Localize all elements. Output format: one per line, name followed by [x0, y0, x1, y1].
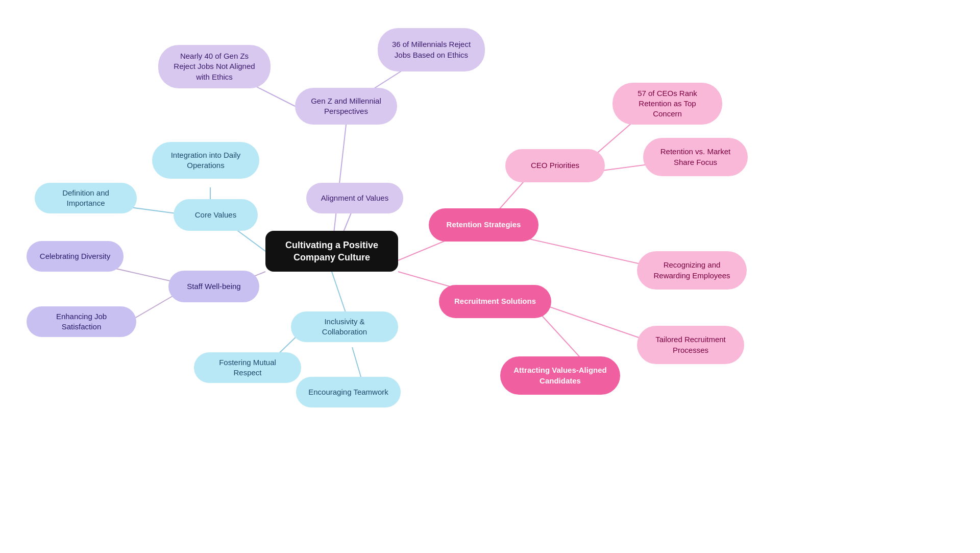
- definition-node: Definition and Importance: [35, 183, 137, 213]
- attracting-label: Attracting Values-Aligned Candidates: [511, 365, 609, 386]
- recognizing-label: Recognizing and Rewarding Employees: [648, 260, 736, 281]
- enhancing-label: Enhancing Job Satisfaction: [38, 311, 125, 332]
- recruitment-solutions-node: Recruitment Solutions: [439, 285, 551, 318]
- retention-strategies-label: Retention Strategies: [447, 220, 521, 230]
- millennials-reject-node: 36 of Millennials Reject Jobs Based on E…: [378, 28, 485, 71]
- retention-vs-market-label: Retention vs. Market Share Focus: [654, 147, 737, 167]
- celebrating-label: Celebrating Diversity: [40, 251, 110, 261]
- retention-vs-market-node: Retention vs. Market Share Focus: [643, 138, 748, 176]
- genz-reject-node: Nearly 40 of Gen Zs Reject Jobs Not Alig…: [158, 45, 271, 88]
- fostering-label: Fostering Mutual Respect: [205, 357, 290, 378]
- ceo-rank-label: 57 of CEOs Rank Retention as Top Concern: [624, 88, 711, 119]
- genz-millennial-label: Gen Z and Millennial Perspectives: [306, 96, 386, 117]
- recruitment-solutions-label: Recruitment Solutions: [454, 296, 536, 306]
- integration-node: Integration into Daily Operations: [152, 142, 259, 179]
- enhancing-node: Enhancing Job Satisfaction: [27, 306, 136, 337]
- genz-reject-label: Nearly 40 of Gen Zs Reject Jobs Not Alig…: [169, 51, 259, 82]
- millennials-reject-label: 36 of Millennials Reject Jobs Based on E…: [389, 39, 474, 60]
- core-values-label: Core Values: [195, 210, 236, 220]
- fostering-node: Fostering Mutual Respect: [194, 352, 301, 383]
- inclusivity-label: Inclusivity & Collaboration: [302, 317, 387, 338]
- attracting-node: Attracting Values-Aligned Candidates: [500, 356, 620, 395]
- genz-millennial-node: Gen Z and Millennial Perspectives: [295, 88, 397, 125]
- ceo-priorities-label: CEO Priorities: [531, 160, 579, 171]
- staff-wellbeing-label: Staff Well-being: [187, 281, 240, 292]
- celebrating-node: Celebrating Diversity: [27, 241, 124, 272]
- retention-strategies-node: Retention Strategies: [429, 208, 538, 242]
- tailored-node: Tailored Recruitment Processes: [637, 326, 744, 364]
- integration-label: Integration into Daily Operations: [163, 150, 248, 171]
- ceo-priorities-node: CEO Priorities: [505, 149, 605, 182]
- center-node: Cultivating a Positive Company Culture: [265, 231, 398, 272]
- alignment-label: Alignment of Values: [321, 193, 388, 203]
- ceo-rank-node: 57 of CEOs Rank Retention as Top Concern: [612, 83, 722, 125]
- teamwork-node: Encouraging Teamwork: [296, 377, 401, 407]
- definition-label: Definition and Importance: [46, 188, 126, 209]
- staff-wellbeing-node: Staff Well-being: [168, 271, 259, 302]
- recognizing-node: Recognizing and Rewarding Employees: [637, 251, 747, 290]
- core-values-node: Core Values: [174, 199, 258, 231]
- tailored-label: Tailored Recruitment Processes: [648, 334, 733, 355]
- center-label: Cultivating a Positive Company Culture: [277, 239, 387, 264]
- inclusivity-node: Inclusivity & Collaboration: [291, 311, 398, 342]
- teamwork-label: Encouraging Teamwork: [308, 387, 388, 397]
- alignment-node: Alignment of Values: [306, 183, 403, 213]
